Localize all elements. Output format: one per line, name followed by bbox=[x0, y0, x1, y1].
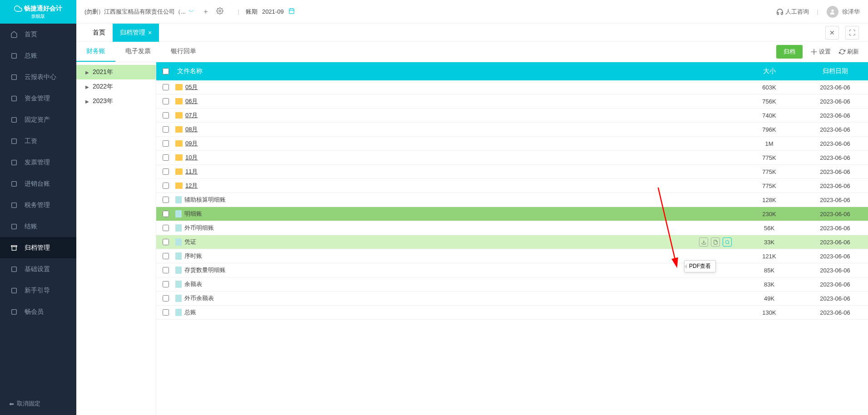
file-name: 明细账 bbox=[184, 210, 202, 218]
unpin-button[interactable]: ⬅ 取消固定 bbox=[0, 392, 76, 415]
period-value[interactable]: 2021-09 bbox=[262, 8, 284, 15]
nav-item-2[interactable]: 云报表中心 bbox=[0, 66, 76, 88]
row-checkbox[interactable] bbox=[163, 84, 169, 90]
nav-label: 固定资产 bbox=[25, 116, 50, 124]
close-panel-button[interactable]: ✕ bbox=[825, 26, 839, 40]
company-name: (勿删）江西服宝精品有限责任公司（... bbox=[84, 8, 186, 16]
nav-item-5[interactable]: 工资 bbox=[0, 130, 76, 152]
user-menu[interactable]: 徐泽华 bbox=[827, 6, 860, 18]
row-checkbox[interactable] bbox=[163, 281, 169, 287]
table-row[interactable]: 凭证33K2023-06-06 bbox=[156, 235, 868, 249]
file-date: 2023-06-06 bbox=[802, 98, 868, 105]
row-checkbox[interactable] bbox=[163, 197, 169, 203]
tab-archive[interactable]: 归档管理 × bbox=[113, 24, 159, 42]
row-checkbox[interactable] bbox=[163, 267, 169, 273]
add-icon[interactable]: + bbox=[203, 8, 208, 16]
calendar-icon[interactable] bbox=[288, 8, 295, 15]
file-date: 2023-06-06 bbox=[802, 112, 868, 119]
row-checkbox[interactable] bbox=[163, 309, 169, 316]
row-checkbox[interactable] bbox=[163, 98, 169, 104]
row-checkbox[interactable] bbox=[163, 239, 169, 245]
table-row[interactable]: 外币明细账56K2023-06-06 bbox=[156, 221, 868, 235]
row-checkbox[interactable] bbox=[163, 295, 169, 301]
nav-item-3[interactable]: 资金管理 bbox=[0, 88, 76, 109]
table-row[interactable]: 总账130K2023-06-06 bbox=[156, 306, 868, 320]
table-row[interactable]: 08月796K2023-06-06 bbox=[156, 123, 868, 137]
file-name[interactable]: 05月 bbox=[185, 83, 198, 91]
file-date: 2023-06-06 bbox=[802, 126, 868, 133]
nav-item-9[interactable]: 结账 bbox=[0, 216, 76, 237]
table-row[interactable]: 05月603K2023-06-06 bbox=[156, 80, 868, 94]
nav-label: 进销台账 bbox=[25, 180, 50, 188]
nav-label: 基础设置 bbox=[25, 265, 50, 273]
year-item[interactable]: ▶2023年 bbox=[76, 94, 156, 109]
table-row[interactable]: 09月1M2023-06-06 bbox=[156, 137, 868, 151]
topbar: (勿删）江西服宝精品有限责任公司（... ﹀ + | 账期 2021-09 人工… bbox=[76, 0, 868, 24]
settings-button[interactable]: 设置 bbox=[811, 48, 831, 56]
tab-home[interactable]: 首页 bbox=[85, 24, 113, 42]
file-name[interactable]: 11月 bbox=[185, 168, 198, 176]
refresh-button[interactable]: 刷新 bbox=[839, 48, 859, 56]
table-row[interactable]: 外币余额表49K2023-06-06 bbox=[156, 291, 868, 306]
caret-right-icon: ▶ bbox=[85, 70, 89, 75]
support-button[interactable]: 人工咨询 bbox=[776, 8, 809, 16]
salary-icon bbox=[10, 137, 18, 145]
year-item[interactable]: ▶2022年 bbox=[76, 79, 156, 94]
row-checkbox[interactable] bbox=[163, 168, 169, 175]
file-name[interactable]: 10月 bbox=[185, 153, 198, 162]
row-checkbox[interactable] bbox=[163, 225, 169, 231]
nav-item-12[interactable]: 新手引导 bbox=[0, 280, 76, 301]
file-icon bbox=[175, 252, 182, 260]
pdf-view-icon[interactable] bbox=[723, 237, 732, 247]
row-checkbox[interactable] bbox=[163, 211, 169, 217]
year-item[interactable]: ▶2021年 bbox=[76, 65, 156, 79]
row-checkbox[interactable] bbox=[163, 183, 169, 189]
table-row[interactable]: 序时账121K2023-06-06 bbox=[156, 249, 868, 263]
table-row[interactable]: 07月740K2023-06-06 bbox=[156, 109, 868, 123]
select-all-checkbox[interactable] bbox=[163, 68, 169, 74]
table-row[interactable]: 余额表83K2023-06-06 bbox=[156, 277, 868, 291]
row-checkbox[interactable] bbox=[163, 154, 169, 161]
file-name[interactable]: 09月 bbox=[185, 139, 198, 148]
row-checkbox[interactable] bbox=[163, 126, 169, 133]
table-row[interactable]: 12月775K2023-06-06 bbox=[156, 179, 868, 193]
nav-item-0[interactable]: 首页 bbox=[0, 24, 76, 45]
sidebar: 畅捷通好会计 旗舰版 首页总账云报表中心资金管理固定资产工资发票管理进销台账税务… bbox=[0, 0, 76, 415]
file-name[interactable]: 08月 bbox=[185, 125, 198, 133]
subtab-bankreceipt[interactable]: 银行回单 bbox=[161, 42, 206, 62]
gear-icon[interactable] bbox=[216, 7, 223, 16]
subtab-finance[interactable]: 财务账 bbox=[76, 42, 115, 62]
close-icon[interactable]: × bbox=[148, 29, 152, 36]
row-checkbox[interactable] bbox=[163, 140, 169, 147]
row-checkbox[interactable] bbox=[163, 112, 169, 119]
nav-item-8[interactable]: 税务管理 bbox=[0, 194, 76, 216]
table-row[interactable]: 明细账230K2023-06-06 bbox=[156, 207, 868, 221]
col-size: 大小 bbox=[736, 67, 802, 75]
nav-item-11[interactable]: 基础设置 bbox=[0, 258, 76, 280]
subtab-einvoice[interactable]: 电子发票 bbox=[115, 42, 161, 62]
row-checkbox[interactable] bbox=[163, 253, 169, 259]
nav-item-1[interactable]: 总账 bbox=[0, 45, 76, 66]
tax-icon bbox=[10, 201, 18, 209]
table-row[interactable]: 存货数量明细账85K2023-06-06 bbox=[156, 263, 868, 277]
nav-item-7[interactable]: 进销台账 bbox=[0, 173, 76, 194]
period-label: 账期 bbox=[246, 8, 258, 16]
member-icon bbox=[10, 308, 18, 316]
nav-item-10[interactable]: 归档管理 bbox=[0, 237, 76, 258]
archive-button[interactable]: 归档 bbox=[776, 45, 803, 59]
company-selector[interactable]: (勿删）江西服宝精品有限责任公司（... ﹀ bbox=[84, 8, 194, 16]
fullscreen-button[interactable]: ⛶ bbox=[845, 26, 859, 40]
table-row[interactable]: 06月756K2023-06-06 bbox=[156, 94, 868, 109]
nav-item-6[interactable]: 发票管理 bbox=[0, 152, 76, 173]
file-name[interactable]: 06月 bbox=[185, 97, 198, 105]
table-row[interactable]: 10月775K2023-06-06 bbox=[156, 151, 868, 165]
file-size: 83K bbox=[736, 281, 802, 288]
table-row[interactable]: 辅助核算明细账128K2023-06-06 bbox=[156, 193, 868, 207]
nav-item-13[interactable]: 畅会员 bbox=[0, 301, 76, 322]
file-name[interactable]: 07月 bbox=[185, 111, 198, 119]
pdf-icon[interactable] bbox=[711, 237, 720, 247]
table-row[interactable]: 11月775K2023-06-06 bbox=[156, 165, 868, 179]
download-icon[interactable] bbox=[699, 237, 708, 247]
file-name[interactable]: 12月 bbox=[185, 182, 198, 190]
nav-item-4[interactable]: 固定资产 bbox=[0, 109, 76, 130]
